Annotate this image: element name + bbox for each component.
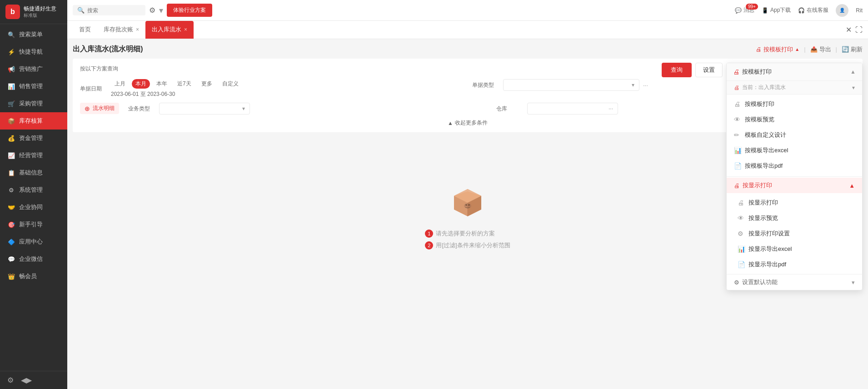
- business-type-select[interactable]: ▾: [159, 103, 250, 115]
- query-button[interactable]: 查询: [662, 63, 692, 77]
- preview-icon: 👁: [734, 116, 741, 123]
- dropdown-item-display-preview[interactable]: 👁 按显示预览: [727, 210, 862, 226]
- close-all-tabs-icon[interactable]: ✕: [846, 25, 852, 34]
- dropdown-item-display-pdf[interactable]: 📄 按显示导出pdf: [727, 257, 862, 272]
- action-divider2: |: [836, 46, 837, 53]
- message-badge: 99+: [746, 4, 758, 10]
- industry-solution-button[interactable]: 体验行业方案: [167, 4, 212, 17]
- warehouse-more-icon[interactable]: ···: [609, 105, 613, 112]
- footer-settings-icon: ⚙: [734, 279, 739, 286]
- sidebar-item-inventory[interactable]: 📦 库存核算: [0, 112, 67, 130]
- sidebar-item-member[interactable]: 👑 畅会员: [0, 268, 67, 285]
- date-tab-more[interactable]: 更多: [198, 79, 216, 89]
- chevron-up-icon: ▲: [795, 47, 799, 52]
- dropdown-item-template-excel[interactable]: 📊 按模板导出excel: [727, 143, 862, 158]
- topbar-chevron-icon[interactable]: ▾: [159, 5, 163, 15]
- logo-text: 畅捷通好生意 标准版: [24, 5, 56, 19]
- logo-icon: b: [5, 5, 20, 19]
- sidebar-item-operations[interactable]: 📈 经营管理: [0, 147, 67, 164]
- print-template-button[interactable]: 🖨 按模板打印 ▲: [756, 45, 799, 54]
- dropdown-item-display-print[interactable]: 🖨 按显示打印: [727, 195, 862, 210]
- dropdown-item-template-design[interactable]: ✏ 模板自定义设计: [727, 127, 862, 143]
- app-download-icon: 📱: [762, 7, 768, 14]
- display-settings-icon: ⚙: [738, 230, 745, 237]
- inline-actions: 查询 设置: [662, 63, 723, 77]
- record-type-select[interactable]: ▾: [503, 79, 639, 91]
- sidebar-item-system[interactable]: ⚙ 系统管理: [0, 181, 67, 199]
- display-print-icon: 🖨: [734, 182, 740, 189]
- refresh-button[interactable]: 🔄 刷新: [842, 45, 863, 54]
- settings-icon[interactable]: ⚙: [7, 376, 14, 384]
- export-button[interactable]: 📤 导出: [810, 45, 831, 54]
- display-pdf-icon: 📄: [738, 261, 745, 268]
- dropdown-item-template-pdf[interactable]: 📄 按模板导出pdf: [727, 158, 862, 174]
- tab-home[interactable]: 首页: [73, 21, 97, 39]
- sidebar-item-marketing[interactable]: 📢 营销推广: [0, 60, 67, 78]
- tabs-bar: 首页 库存批次账 × 出入库流水 × ✕ ⛶: [67, 21, 868, 39]
- sidebar-item-app-center[interactable]: 🔷 应用中心: [0, 233, 67, 250]
- template-print-section: 🖨 按模板打印 👁 按模板预览 ✏ 模板自定义设计 📊 按模板导出excel 📄: [727, 95, 862, 175]
- topbar-right: 💬 消息 99+ 📱 App下载 🎧 在线客服 👤 Rit: [735, 4, 863, 17]
- date-range-display: 2023-06-01 至 2023-06-30: [111, 90, 242, 98]
- sidebar-item-basics[interactable]: 📋 基础信息: [0, 164, 67, 181]
- dropdown-chevron-icon[interactable]: ▲: [850, 69, 856, 75]
- sidebar-item-finance[interactable]: 💰 资金管理: [0, 130, 67, 147]
- member-icon: 👑: [7, 272, 15, 280]
- empty-tip-2: 2 用[过滤]条件来缩小分析范围: [425, 239, 510, 251]
- current-tag-icon: 🖨: [734, 85, 739, 91]
- printer-icon: 🖨: [756, 46, 762, 53]
- collapse-conditions-button[interactable]: ▲ 收起更多条件: [448, 119, 488, 127]
- display-print-section: 🖨 按显示打印 👁 按显示预览 ⚙ 按显示打印设置 📊 按显示导出excel 📄: [727, 193, 862, 274]
- tab-in-out-flow[interactable]: 出入库流水 ×: [145, 21, 194, 39]
- sidebar-item-weixin[interactable]: 💬 企业微信: [0, 250, 67, 268]
- pdf-icon: 📄: [734, 162, 741, 170]
- topbar-gear-icon[interactable]: ⚙: [149, 6, 155, 15]
- sidebar-item-purchase[interactable]: 🛒 采购管理: [0, 95, 67, 112]
- app-download-link[interactable]: 📱 App下载: [762, 6, 791, 14]
- dropdown-item-template-preview[interactable]: 👁 按模板预览: [727, 112, 862, 127]
- sidebar-item-guide[interactable]: 🎯 新手引导: [0, 216, 67, 233]
- sidebar-item-quick-nav[interactable]: ⚡ 快捷导航: [0, 43, 67, 60]
- record-type-more-icon[interactable]: ···: [643, 82, 648, 89]
- sidebar-item-search[interactable]: 🔍 搜索菜单: [0, 26, 67, 43]
- avatar[interactable]: 👤: [836, 4, 848, 17]
- topbar-search-icon: 🔍: [77, 7, 85, 14]
- search-input[interactable]: [87, 7, 124, 14]
- date-tab-custom[interactable]: 自定义: [219, 79, 242, 89]
- tab-inventory-batch[interactable]: 库存批次账 ×: [97, 21, 145, 39]
- main-area: 🔍 ⚙ ▾ 体验行业方案 💬 消息 99+ 📱 App下载 🎧 在线客服 👤 R…: [67, 0, 868, 389]
- business-type-arrow-icon: ▾: [242, 105, 245, 112]
- tab-close-inventory-batch[interactable]: ×: [136, 26, 139, 33]
- date-tab-current-month[interactable]: 本月: [132, 79, 150, 89]
- collapse-icon[interactable]: ◀▶: [21, 376, 32, 384]
- message-button[interactable]: 💬 消息 99+: [735, 6, 754, 14]
- dropdown-header-title: 🖨 按模板打印: [733, 68, 772, 76]
- date-tab-current-year[interactable]: 本年: [153, 79, 171, 89]
- search-icon: 🔍: [7, 30, 15, 39]
- dropdown-header: 🖨 按模板打印 ▲: [727, 63, 862, 81]
- page-actions: 🖨 按模板打印 ▲ | 📤 导出 | 🔄 刷新: [756, 45, 863, 54]
- sidebar-item-enterprise[interactable]: 🤝 企业协同: [0, 199, 67, 216]
- quick-nav-icon: ⚡: [7, 48, 15, 56]
- username-label: Rit: [856, 7, 863, 14]
- date-tab-7days[interactable]: 近7天: [174, 79, 195, 89]
- display-print-section-header[interactable]: 🖨 按显示打印 ▲: [727, 178, 862, 193]
- settings-btn[interactable]: 设置: [695, 63, 723, 77]
- tab-close-in-out-flow[interactable]: ×: [184, 26, 187, 33]
- empty-tips: 1 请先选择要分析的方案 2 用[过滤]条件来缩小分析范围: [425, 228, 510, 251]
- finance-icon: 💰: [7, 134, 15, 142]
- app-center-icon: 🔷: [7, 238, 15, 246]
- empty-tip-1: 1 请先选择要分析的方案: [425, 228, 510, 239]
- fullscreen-icon[interactable]: ⛶: [855, 26, 863, 34]
- sales-icon: 📊: [7, 82, 15, 90]
- online-service-link[interactable]: 🎧 在线客服: [798, 6, 828, 14]
- tip-2-num: 2: [425, 241, 433, 249]
- sidebar-item-sales[interactable]: 📊 销售管理: [0, 78, 67, 95]
- dropdown-item-template-print[interactable]: 🖨 按模板打印: [727, 96, 862, 112]
- date-tabs: 上月 本月 本年 近7天 更多 自定义: [111, 79, 242, 89]
- warehouse-select[interactable]: ···: [527, 103, 618, 115]
- date-tab-last-month[interactable]: 上月: [111, 79, 129, 89]
- dropdown-footer[interactable]: ⚙ 设置默认功能 ▾: [727, 274, 862, 290]
- dropdown-item-display-excel[interactable]: 📊 按显示导出excel: [727, 241, 862, 257]
- dropdown-item-display-settings[interactable]: ⚙ 按显示打印设置: [727, 226, 862, 241]
